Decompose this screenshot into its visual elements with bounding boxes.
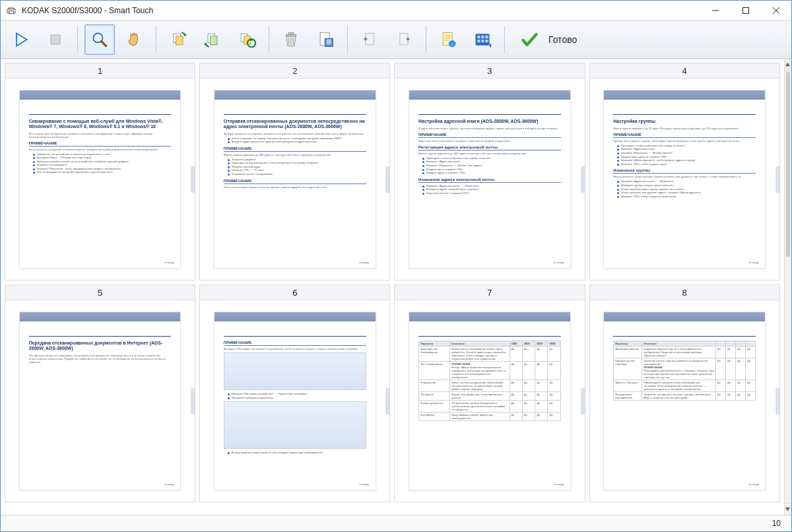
done-label: Готово (548, 34, 577, 45)
svg-marker-9 (183, 34, 187, 36)
rotate-cw-button[interactable] (163, 24, 193, 55)
scroll-up-button[interactable] (785, 59, 791, 71)
play-button[interactable] (6, 24, 36, 55)
toolbar-separator (156, 26, 156, 53)
page-preview: Отправка отсканированных документов непо… (214, 90, 376, 269)
scroll-thumb[interactable] (786, 72, 790, 257)
thumbnail-cell[interactable]: 8 ПараметрОписание АвтовыравниваниеКорре… (589, 284, 780, 502)
page-preview: ПараметрОписание АвтовыравниваниеКоррекц… (603, 312, 766, 490)
svg-rect-33 (477, 40, 480, 42)
svg-rect-31 (481, 36, 484, 38)
thumbnail-cell[interactable]: 2 Отправка отсканированных документов не… (199, 63, 390, 281)
thumbnail-number: 7 (395, 285, 584, 300)
page-preview: Сканирование с помощью веб-служб для Win… (19, 90, 182, 269)
window-title: KODAK S2000f/S3000 - Smart Touch (22, 6, 153, 15)
content-area: 1 Сканирование с помощью веб-служб для W… (1, 59, 791, 515)
done-button[interactable] (517, 24, 542, 55)
page-preview: Настройка группы Можно зарегистрировать … (603, 90, 766, 269)
minimize-button[interactable] (700, 1, 731, 20)
thumbnail-cell[interactable]: 7 ПараметрОписание2400280030003600 Двуст… (394, 284, 585, 502)
thumbnail-cell[interactable]: 4 Настройка группы Можно зарегистрироват… (589, 63, 780, 281)
app-icon (6, 5, 16, 16)
toolbar-separator (504, 26, 505, 53)
rotate-all-button[interactable] (232, 24, 262, 55)
thumb-handle[interactable] (581, 388, 585, 415)
svg-marker-37 (785, 63, 790, 66)
thumbnail-cell[interactable]: 3 Настройка адресной книги (ADS-2800W, A… (394, 63, 585, 281)
zoom-button[interactable] (84, 24, 115, 55)
thumbnail-number: 2 (200, 63, 389, 79)
thumbnail-cell[interactable]: 6 ПРИМЕЧАНИЕ Выберите «Расширенный режим… (199, 284, 390, 502)
thumbnail-number: 5 (5, 285, 195, 300)
thumb-handle[interactable] (191, 388, 195, 415)
svg-text:i: i (451, 42, 453, 48)
thumb-handle[interactable] (776, 166, 779, 193)
toolbar-separator (426, 26, 426, 53)
thumbnail-cell[interactable]: 1 Сканирование с помощью веб-служб для W… (5, 63, 195, 281)
svg-rect-23 (325, 38, 333, 46)
toolbar: i Готово (1, 21, 791, 59)
svg-line-6 (102, 42, 106, 46)
thumb-handle[interactable] (776, 388, 779, 415)
application-window: KODAK S2000f/S3000 - Smart Touch i Готов… (0, 0, 792, 532)
svg-marker-12 (204, 43, 207, 45)
status-bar: 10 (1, 515, 791, 531)
toolbar-separator (347, 26, 348, 53)
thumb-handle[interactable] (191, 166, 195, 193)
thumbnail-grid-button[interactable] (467, 24, 498, 55)
thumbnail-grid: 1 Сканирование с помощью веб-служб для W… (1, 59, 784, 515)
svg-rect-18 (289, 33, 294, 35)
svg-rect-8 (176, 36, 183, 45)
close-button[interactable] (761, 1, 791, 20)
page-count: 10 (772, 519, 781, 528)
svg-rect-32 (485, 36, 488, 38)
svg-marker-3 (16, 33, 27, 46)
thumb-handle[interactable] (385, 388, 389, 415)
toolbar-separator (269, 26, 269, 53)
insert-after-button[interactable] (389, 24, 419, 55)
thumbnail-cell[interactable]: 5 Передача отсканированных документов в … (5, 284, 195, 502)
thumbnail-number: 1 (5, 63, 195, 79)
rotate-ccw-button[interactable] (197, 24, 228, 55)
thumbnail-number: 8 (590, 285, 779, 300)
svg-rect-1 (9, 11, 14, 14)
pan-button[interactable] (119, 24, 149, 55)
svg-rect-30 (477, 36, 480, 38)
scroll-down-button[interactable] (785, 503, 791, 515)
svg-rect-35 (485, 40, 488, 42)
maximize-button[interactable] (731, 1, 761, 20)
thumbnail-number: 3 (395, 63, 584, 79)
svg-rect-11 (211, 36, 218, 45)
svg-rect-4 (51, 35, 60, 44)
toolbar-separator (77, 26, 78, 53)
svg-rect-2 (743, 8, 749, 14)
page-info-button[interactable]: i (433, 24, 463, 55)
thumb-handle[interactable] (581, 166, 585, 193)
thumb-handle[interactable] (385, 166, 389, 193)
titlebar: KODAK S2000f/S3000 - Smart Touch (1, 1, 791, 21)
delete-button[interactable] (276, 24, 306, 55)
page-preview: ПРИМЕЧАНИЕ Выберите «Расширенный режим» … (214, 312, 376, 490)
page-settings-button[interactable] (310, 24, 341, 55)
svg-marker-38 (785, 508, 790, 511)
page-preview: Настройка адресной книги (ADS-2800W, ADS… (409, 90, 571, 269)
insert-before-button[interactable] (354, 24, 385, 55)
thumbnail-number: 4 (590, 63, 779, 79)
thumbnail-number: 6 (200, 285, 389, 300)
vertical-scrollbar[interactable] (784, 59, 791, 515)
page-preview: ПараметрОписание2400280030003600 Двустор… (409, 312, 571, 490)
page-preview: Передача отсканированных документов в Ин… (19, 312, 182, 490)
stop-button[interactable] (40, 24, 71, 55)
svg-rect-34 (481, 40, 484, 42)
